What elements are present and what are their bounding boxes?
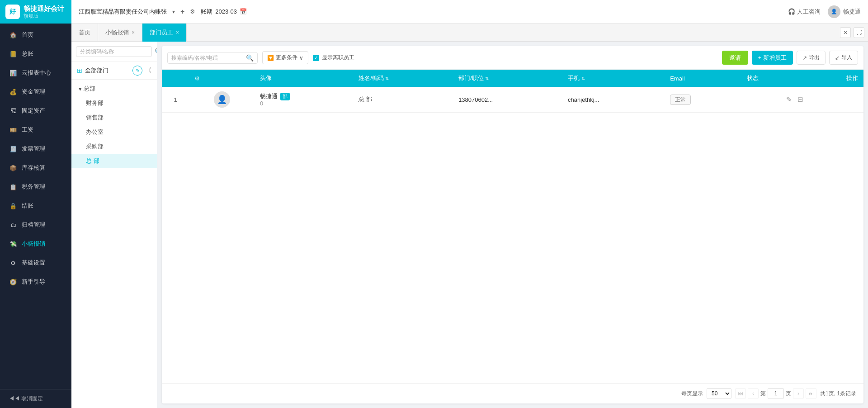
dept-tree-general-dept[interactable]: 总 部	[71, 154, 157, 168]
dept-search-bar: 🔍	[71, 42, 157, 62]
col-name-header[interactable]: 姓名/编码 ⇅	[353, 70, 453, 87]
expand-window-button[interactable]: ⛶	[854, 27, 864, 38]
sidebar-item-reports[interactable]: 📊 云报表中心	[0, 63, 71, 82]
dept-label: 总部	[84, 85, 95, 93]
tab-close-xiaochange[interactable]: ×	[132, 30, 135, 35]
sidebar-item-settings[interactable]: ⚙ 基础设置	[0, 253, 71, 272]
employee-search-input[interactable]	[171, 55, 243, 61]
tax-icon: 📋	[9, 183, 17, 191]
logo-icon: 好	[5, 5, 20, 19]
sidebar-item-invoice[interactable]: 🧾 发票管理	[0, 139, 71, 158]
page-number-input[interactable]	[768, 388, 784, 399]
support-button[interactable]: 🎧 人工咨询	[788, 8, 821, 16]
prev-page-button[interactable]: ‹	[748, 388, 759, 399]
search-icon[interactable]: 🔍	[246, 54, 254, 62]
user-menu[interactable]: 👤 畅捷通	[828, 5, 861, 18]
sidebar-item-home[interactable]: 🏠 首页	[0, 25, 71, 44]
employee-name-wrapper: 畅捷通 部	[260, 92, 348, 100]
app-logo[interactable]: 好 畅捷通好会计 旗舰版	[0, 0, 71, 24]
sidebar-unpin-button[interactable]: ◀◀ 取消固定	[0, 389, 71, 408]
col-settings-header[interactable]: ⚙	[189, 70, 255, 87]
sidebar-item-archive[interactable]: 🗂 归档管理	[0, 215, 71, 234]
headset-icon: 🎧	[788, 8, 795, 15]
employee-name-text: 畅捷通	[260, 92, 278, 100]
topbar-right: 🎧 人工咨询 👤 畅捷通	[788, 5, 861, 18]
tab-label-dept-employee: 部门员工	[150, 28, 173, 37]
page-navigation: ⏮ ‹ 第 页 › ⏭	[735, 388, 816, 399]
last-page-button[interactable]: ⏭	[806, 388, 816, 399]
dept-tree-purchase[interactable]: 采购部	[71, 139, 157, 154]
per-page-select[interactable]: 50 10 20 100	[707, 388, 731, 399]
guide-icon: 🧭	[9, 278, 17, 286]
import-button[interactable]: ↙ 导入	[829, 51, 858, 65]
sidebar-item-fixed-assets[interactable]: 🏗 固定资产	[0, 101, 71, 120]
dept-collapse-button[interactable]: 《	[145, 66, 151, 75]
sidebar-item-ledger[interactable]: 📒 总账	[0, 44, 71, 63]
sidebar-item-expense[interactable]: 💸 小畅报销	[0, 234, 71, 253]
next-page-button[interactable]: ›	[793, 388, 804, 399]
add-employee-button[interactable]: + 新增员工	[752, 51, 793, 65]
user-name: 畅捷通	[843, 8, 861, 16]
sidebar: 好 畅捷通好会计 旗舰版 🏠 首页 📒 总账 📊 云报表中心 💰 资金管理 🏗 …	[0, 0, 71, 408]
dept-search-input[interactable]	[76, 46, 152, 57]
sidebar-item-closing[interactable]: 🔒 结账	[0, 196, 71, 215]
sidebar-label-home: 首页	[22, 31, 33, 39]
dept-label: 办公室	[86, 128, 104, 136]
first-page-button[interactable]: ⏮	[735, 388, 746, 399]
reports-icon: 📊	[9, 69, 17, 77]
employee-dept-badge: 部	[280, 93, 290, 100]
tab-xiaochange[interactable]: 小畅报销×	[98, 24, 142, 42]
employee-panel: 🔍 🔽 更多条件 ∨ ✓ 显示离职员工 邀请 + 新增员工 ↗ 导出	[162, 46, 863, 403]
all-dept-label[interactable]: 全部部门	[85, 66, 130, 75]
tab-dept-employee[interactable]: 部门员工×	[142, 24, 187, 42]
sidebar-label-tax: 税务管理	[22, 183, 45, 191]
tab-bar: 首页小畅报销×部门员工× ✕ ⛶	[71, 24, 868, 42]
employee-code: 0	[260, 100, 348, 107]
show-resigned-toggle[interactable]: ✓ 显示离职员工	[313, 54, 354, 62]
col-dept-header[interactable]: 部门/职位 ⇅	[453, 70, 562, 87]
col-phone-header[interactable]: 手机 ⇅	[562, 70, 665, 87]
fixed-assets-icon: 🏗	[9, 107, 17, 115]
expand-icon: ▾	[79, 85, 82, 92]
company-dropdown-icon[interactable]: ▾	[172, 9, 175, 15]
sidebar-item-guide[interactable]: 🧭 新手引导	[0, 272, 71, 291]
add-company-button[interactable]: +	[180, 8, 184, 16]
topbar-settings-icon[interactable]: ⚙	[190, 8, 195, 15]
filter-button[interactable]: 🔽 更多条件 ∨	[262, 51, 308, 64]
close-window-button[interactable]: ✕	[840, 27, 851, 38]
period-selector[interactable]: 账期 2023-03 📅	[201, 8, 247, 16]
tab-close-dept-employee[interactable]: ×	[176, 30, 179, 35]
sidebar-label-reports: 云报表中心	[22, 69, 51, 77]
sidebar-item-assets-mgmt[interactable]: 💰 资金管理	[0, 82, 71, 101]
pagination: 每页显示 50 10 20 100 ⏮ ‹ 第 页 › ⏭ 共1页, 1条记录	[162, 383, 863, 403]
sidebar-item-payroll[interactable]: 💴 工资	[0, 120, 71, 139]
sidebar-label-guide: 新手引导	[22, 278, 45, 286]
sidebar-item-tax[interactable]: 📋 税务管理	[0, 177, 71, 196]
dept-tree-sales[interactable]: 销售部	[71, 110, 157, 125]
logo-text-block: 畅捷通好会计 旗舰版	[24, 5, 64, 19]
dept-tree-general[interactable]: ▾ 总部	[71, 81, 157, 96]
logout-employee-button[interactable]: ⊟	[797, 95, 803, 103]
inventory-icon: 📦	[9, 164, 17, 172]
export-button[interactable]: ↗ 导出	[797, 51, 826, 65]
sidebar-label-fixed-assets: 固定资产	[22, 107, 45, 115]
home-icon: 🏠	[9, 31, 17, 39]
employee-avatar: 👤	[214, 91, 230, 108]
dept-label: 采购部	[86, 142, 104, 151]
dept-tree-finance[interactable]: 财务部	[71, 96, 157, 110]
edit-employee-button[interactable]: ✎	[786, 95, 792, 103]
resigned-checkbox[interactable]: ✓	[313, 55, 319, 61]
dept-grid-icon: ⊞	[77, 67, 82, 74]
period-value: 2023-03	[215, 8, 237, 15]
sidebar-label-ledger: 总账	[22, 50, 33, 58]
company-name: 江西服宝精品有限责任公司内账张	[79, 8, 167, 16]
dept-search-icon[interactable]: 🔍	[155, 48, 157, 55]
col-email-header: Email	[665, 70, 741, 87]
tab-home[interactable]: 首页	[71, 24, 98, 42]
sidebar-item-inventory[interactable]: 📦 库存核算	[0, 158, 71, 177]
invite-button[interactable]: 邀请	[722, 51, 748, 65]
dept-edit-button[interactable]: ✎	[132, 66, 142, 76]
col-no-header	[162, 70, 189, 87]
dept-tree-office[interactable]: 办公室	[71, 125, 157, 139]
import-icon: ↙	[835, 55, 840, 61]
